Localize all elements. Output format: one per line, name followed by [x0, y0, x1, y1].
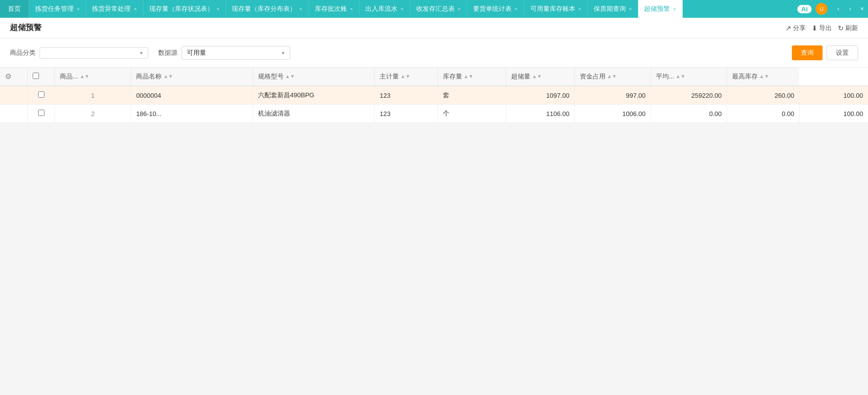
refresh-label: 刷新 [845, 24, 858, 33]
th-name[interactable]: 商品名称 ▲▼ [131, 68, 253, 86]
table-cell: 0.00 [727, 105, 800, 123]
th-code-label: 商品... [60, 72, 78, 81]
table-cell: 0000004 [131, 86, 253, 105]
th-sort-name[interactable]: 商品名称 ▲▼ [136, 72, 173, 81]
nav-tab-close-available-ledger[interactable]: × [578, 6, 581, 12]
nav-tab-pick-exception[interactable]: 拣货异常处理× [86, 0, 143, 18]
th-unit[interactable]: 主计量 ▲▼ [375, 68, 438, 86]
nav-tab-inout-summary[interactable]: 收发存汇总表× [410, 0, 467, 18]
nav-tab-close-shelf-life[interactable]: × [629, 6, 632, 12]
nav-tab-close-overstock-alert[interactable]: × [673, 6, 676, 12]
table-wrapper: ⚙ 商品... ▲▼ 商品名称 ▲▼ [0, 68, 868, 123]
row-checkbox-0[interactable] [38, 91, 44, 98]
nav-tab-close-inout-summary[interactable]: × [458, 6, 461, 12]
user-avatar[interactable]: U [816, 3, 827, 15]
category-chevron: ▾ [140, 50, 143, 56]
share-action[interactable]: ↗ 分享 [785, 24, 806, 33]
datasource-chevron: ▾ [282, 50, 285, 56]
ai-badge[interactable]: Ai [797, 5, 812, 13]
nav-tab-close-batch-account[interactable]: × [350, 6, 353, 12]
th-spec-label: 规格型号 [258, 72, 284, 81]
top-bar-right: Ai U [792, 0, 832, 18]
category-select[interactable]: ▾ [40, 47, 148, 59]
table-cell: 123 [375, 86, 438, 105]
nav-tab-close-pick-exception[interactable]: × [133, 6, 136, 12]
th-stock-label: 库存量 [443, 72, 462, 81]
table-cell: 123 [375, 105, 438, 123]
th-sort-unit[interactable]: 主计量 ▲▼ [380, 72, 410, 81]
table-cell [27, 105, 54, 123]
datasource-label: 数据源 [158, 48, 177, 57]
table-cell: 1106.00 [506, 105, 575, 123]
nav-tab-inout-flow[interactable]: 出入库流水× [359, 0, 410, 18]
query-button[interactable]: 查询 [792, 45, 823, 60]
sort-icon-spec: ▲▼ [285, 74, 295, 79]
settings-gear-icon[interactable]: ⚙ [5, 72, 11, 80]
nav-tab-stock-dist[interactable]: 现存量（库存分布表）× [226, 0, 308, 18]
datasource-value: 可用量 [187, 48, 206, 57]
th-name-label: 商品名称 [136, 72, 162, 81]
th-over[interactable]: 超储量 ▲▼ [506, 68, 575, 86]
th-settings: ⚙ [0, 68, 27, 86]
export-label: 导出 [819, 24, 832, 33]
table-cell: 997.00 [574, 86, 651, 105]
th-sort-code[interactable]: 商品... ▲▼ [60, 72, 89, 81]
datasource-select[interactable]: 可用量 ▾ [181, 46, 290, 60]
th-max[interactable]: 最高库存 ▲▼ [727, 68, 800, 86]
table-cell: 个 [437, 105, 506, 123]
nav-tab-shelf-life[interactable]: 保质期查询× [588, 0, 638, 18]
select-all-checkbox[interactable] [33, 73, 39, 79]
nav-arrow-right[interactable]: › [844, 0, 856, 18]
refresh-action[interactable]: ↻ 刷新 [838, 24, 858, 33]
nav-tab-pick-task[interactable]: 拣货任务管理× [29, 0, 86, 18]
th-stock[interactable]: 库存量 ▲▼ [437, 68, 506, 86]
sort-icon-over: ▲▼ [532, 74, 542, 79]
table-cell [0, 86, 27, 105]
export-icon: ⬇ [812, 24, 818, 32]
nav-tab-available-ledger[interactable]: 可用量库存账本× [524, 0, 588, 18]
table-cell: 六配套新昌490BPG [253, 86, 374, 105]
th-sort-money[interactable]: 资金占用 ▲▼ [580, 72, 617, 81]
th-sort-over[interactable]: 超储量 ▲▼ [511, 72, 542, 81]
nav-tab-close-order-stats[interactable]: × [515, 6, 518, 12]
th-avg[interactable]: 平均... ▲▼ [651, 68, 727, 86]
th-money[interactable]: 资金占用 ▲▼ [574, 68, 651, 86]
th-sort-max[interactable]: 最高库存 ▲▼ [732, 72, 769, 81]
settings-button[interactable]: 设置 [826, 45, 858, 60]
th-code[interactable]: 商品... ▲▼ [55, 68, 131, 86]
category-filter-group: 商品分类 ▾ [10, 47, 148, 59]
th-sort-spec[interactable]: 规格型号 ▲▼ [258, 72, 295, 81]
th-checkbox [27, 68, 54, 86]
nav-tab-order-stats[interactable]: 要货单统计表× [467, 0, 524, 18]
th-over-label: 超储量 [511, 72, 530, 81]
nav-tab-close-pick-task[interactable]: × [77, 6, 80, 12]
table-cell: 1097.00 [506, 86, 575, 105]
table-cell: 0.00 [651, 105, 727, 123]
th-spec[interactable]: 规格型号 ▲▼ [253, 68, 374, 86]
refresh-icon: ↻ [838, 24, 844, 32]
th-avg-label: 平均... [656, 72, 674, 81]
sort-icon-unit: ▲▼ [400, 74, 410, 79]
row-checkbox-1[interactable] [38, 110, 44, 116]
th-max-label: 最高库存 [732, 72, 758, 81]
th-sort-avg[interactable]: 平均... ▲▼ [656, 72, 686, 81]
export-action[interactable]: ⬇ 导出 [812, 24, 832, 33]
data-table: ⚙ 商品... ▲▼ 商品名称 ▲▼ [0, 68, 868, 123]
nav-tab-batch-account[interactable]: 库存批次账× [309, 0, 359, 18]
nav-tab-overstock-alert[interactable]: 超储预警× [638, 0, 682, 18]
share-label: 分享 [793, 24, 806, 33]
nav-tab-home[interactable]: 首页 [0, 0, 29, 18]
nav-tab-close-stock-status[interactable]: × [217, 6, 219, 12]
category-label: 商品分类 [10, 48, 36, 57]
table-cell: 186-10... [131, 105, 253, 123]
table-cell: 2 [55, 105, 131, 123]
nav-arrow-left[interactable]: ‹ [832, 0, 844, 18]
th-sort-stock[interactable]: 库存量 ▲▼ [443, 72, 474, 81]
nav-tab-close-stock-dist[interactable]: × [299, 6, 302, 12]
th-unit-label: 主计量 [380, 72, 399, 81]
top-nav-bar: 首页拣货任务管理×拣货异常处理×现存量（库存状况表）×现存量（库存分布表）×库存… [0, 0, 868, 18]
nav-tab-stock-status[interactable]: 现存量（库存状况表）× [143, 0, 226, 18]
sort-icon-name: ▲▼ [163, 74, 173, 79]
nav-tab-close-inout-flow[interactable]: × [400, 6, 403, 12]
nav-arrow-close[interactable]: × [856, 0, 868, 18]
